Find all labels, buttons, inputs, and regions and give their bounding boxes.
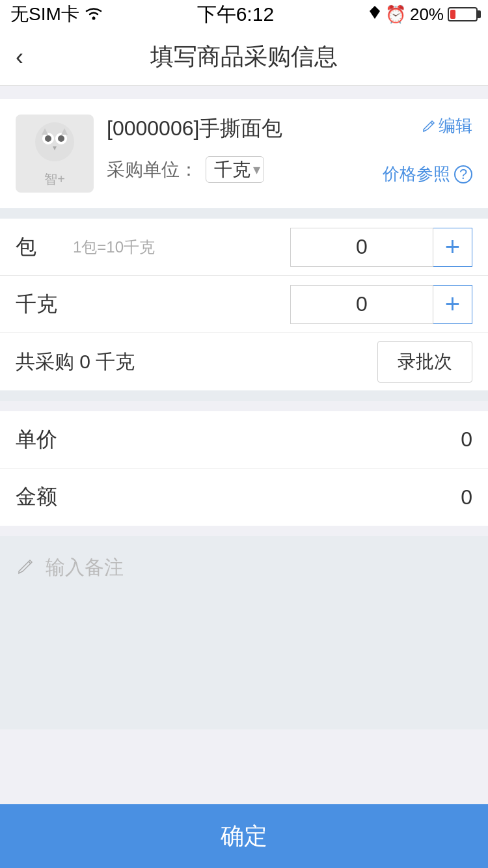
quantity-row-kg: 千克 +: [0, 276, 488, 333]
bottom-spacer: [0, 599, 488, 729]
nav-bar: ‹ 填写商品采购信息: [0, 29, 488, 86]
price-ref-help-icon[interactable]: ?: [454, 165, 472, 183]
total-text: 共采购 0 千克: [16, 349, 135, 375]
unit-price-value: 0: [461, 427, 472, 452]
unit-select[interactable]: 千克 包: [206, 156, 264, 183]
quantity-section: 包 1包=10千克 + 千克 +: [0, 219, 488, 333]
svg-line-6: [431, 122, 433, 124]
price-ref-link[interactable]: 价格参照 ?: [383, 163, 472, 185]
total-row: 共采购 0 千克 录批次: [0, 333, 488, 390]
back-button[interactable]: ‹: [16, 44, 23, 71]
divider-2: [0, 390, 488, 401]
svg-point-0: [92, 17, 95, 20]
svg-point-5: [58, 135, 64, 142]
svg-point-1: [35, 122, 74, 161]
quantity-input-wrap-bao: +: [155, 228, 472, 267]
unit-label: 采购单位：: [107, 157, 198, 182]
amount-value: 0: [461, 485, 472, 509]
amount-label: 金额: [16, 483, 57, 511]
battery-icon: [448, 7, 478, 21]
wifi-icon: [85, 4, 103, 25]
battery-percent: 20%: [410, 5, 444, 25]
status-bar-left: 无SIM卡: [10, 2, 103, 27]
alarm-icon: ⏰: [385, 5, 406, 25]
notes-section[interactable]: 输入备注: [0, 536, 488, 599]
quantity-input-kg[interactable]: [290, 285, 433, 324]
product-name: [0000006]手撕面包: [107, 115, 282, 143]
quantity-input-wrap-kg: +: [68, 285, 472, 324]
quantity-label-bao: 包: [16, 233, 68, 262]
price-section: 单价 0 金额 0: [0, 411, 488, 526]
status-bar-time: 下午6:12: [197, 1, 274, 28]
page-title: 填写商品采购信息: [150, 41, 338, 73]
price-row-amount: 金额 0: [0, 468, 488, 526]
record-batch-button[interactable]: 录批次: [377, 341, 472, 383]
svg-point-4: [45, 135, 51, 142]
confirm-button[interactable]: 确定: [0, 804, 488, 868]
unit-price-label: 单价: [16, 426, 57, 454]
svg-line-7: [29, 562, 31, 563]
location-icon: [368, 5, 381, 25]
status-bar: 无SIM卡 下午6:12 ⏰ 20%: [0, 0, 488, 29]
product-info: [0000006]手撕面包 编辑 采购单位： 千克 包 价格参照 ?: [107, 115, 472, 185]
price-row-unit: 单价 0: [0, 411, 488, 468]
carrier-label: 无SIM卡: [10, 2, 79, 27]
price-ref-label: 价格参照: [383, 163, 450, 185]
status-bar-right: ⏰ 20%: [368, 5, 478, 25]
notes-icon: [16, 556, 35, 580]
edit-link[interactable]: 编辑: [422, 115, 472, 137]
product-image: 智+: [16, 115, 94, 193]
divider-1: [0, 208, 488, 219]
quantity-input-bao[interactable]: [290, 228, 433, 267]
quantity-plus-bao[interactable]: +: [433, 228, 472, 267]
quantity-row-bao: 包 1包=10千克 +: [0, 219, 488, 276]
product-card: 智+ [0000006]手撕面包 编辑 采购单位： 千克 包: [0, 99, 488, 208]
product-brand-label: 智+: [44, 170, 65, 188]
unit-select-wrapper[interactable]: 千克 包: [206, 156, 264, 183]
notes-placeholder: 输入备注: [46, 554, 124, 581]
edit-label: 编辑: [439, 115, 472, 137]
quantity-label-kg: 千克: [16, 290, 68, 319]
quantity-sublabel-bao: 1包=10千克: [73, 237, 155, 258]
product-owl-icon: [32, 119, 77, 170]
quantity-plus-kg[interactable]: +: [433, 285, 472, 324]
